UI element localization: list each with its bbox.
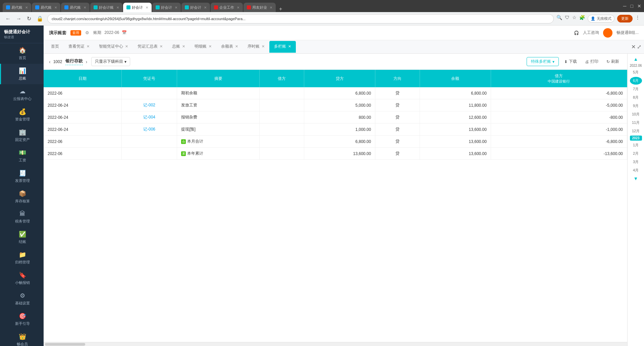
user-label[interactable]: 畅捷通B组...	[616, 30, 639, 36]
cell-voucher-1[interactable]: 记-002	[121, 99, 177, 111]
sidebar-item-member[interactable]: 👑 畅会员	[0, 330, 44, 346]
tab-close-view-voucher[interactable]: ✕	[87, 44, 90, 49]
tab-detail-ledger[interactable]: 明细账 ✕	[190, 41, 216, 53]
sidebar-item-inventory[interactable]: 📦 库存核算	[0, 187, 44, 207]
tab-close-detail-ledger[interactable]: ✕	[209, 44, 212, 49]
tab-home[interactable]: 首页	[46, 41, 64, 53]
scrollbar-thumb[interactable]	[45, 343, 85, 346]
browser-tab-2[interactable]: 易代账 ✕	[61, 3, 90, 12]
star-icon[interactable]: ☆	[572, 15, 577, 22]
sidebar-item-fixed-assets[interactable]: 🏢 固定资产	[0, 125, 44, 146]
sidebar-label-general-ledger: 总账	[19, 76, 26, 81]
expand-button[interactable]: ⤢	[637, 44, 641, 50]
calendar-month-sep[interactable]: 9月	[630, 102, 642, 110]
gear-icon[interactable]: ⚙	[85, 30, 89, 35]
browser-tab-0[interactable]: 易代账 ✕	[3, 3, 31, 12]
tab-close-chronological[interactable]: ✕	[262, 44, 265, 49]
tab-close-2[interactable]: ✕	[84, 6, 86, 9]
sidebar-item-tax[interactable]: 🏛 税务管理	[0, 207, 44, 227]
download-button[interactable]: ⬇ 下载	[561, 57, 580, 66]
refresh-ledger-button[interactable]: ↻ 刷新	[604, 57, 622, 66]
browser-tab-8[interactable]: 用友好业 ✕	[244, 3, 276, 12]
cell-voucher-3[interactable]: 记-006	[121, 123, 177, 136]
tab-close-3[interactable]: ✕	[116, 6, 119, 9]
tab-voucher-summary[interactable]: 凭证汇总表 ✕	[133, 41, 167, 53]
refresh-button[interactable]: ↻	[25, 14, 33, 23]
close-icon[interactable]: ✕	[637, 3, 641, 9]
extension-icon[interactable]: 🧩	[579, 15, 585, 22]
calendar-icon[interactable]: 📅	[122, 30, 127, 35]
tab-chronological-ledger[interactable]: 序时账 ✕	[243, 41, 269, 53]
tab-close-7[interactable]: ✕	[237, 6, 239, 9]
calendar-month-jun[interactable]: 6月	[630, 77, 642, 85]
calendar-month-oct[interactable]: 10月	[630, 110, 642, 118]
browser-tab-3[interactable]: 好会计账 ✕	[90, 3, 122, 12]
horizontal-scrollbar[interactable]	[44, 342, 627, 346]
calendar-month-nov[interactable]: 11月	[630, 119, 642, 127]
sidebar-item-settings[interactable]: ⚙ 基础设置	[0, 289, 44, 309]
tab-close-1[interactable]: ✕	[54, 6, 57, 9]
tab-balance-sheet[interactable]: 余额表 ✕	[216, 41, 243, 53]
calendar-month-apr[interactable]: 4月	[630, 166, 642, 174]
tab-general-ledger[interactable]: 总账 ✕	[167, 41, 190, 53]
url-input[interactable]: cloud2.chanjet.com/accounting/uh26t264j5…	[47, 14, 554, 23]
maximize-icon[interactable]: □	[631, 3, 633, 9]
sidebar-item-expense[interactable]: 🔖 小畅报销	[0, 268, 44, 289]
calendar-scroll-up[interactable]: ▲	[632, 55, 640, 63]
download-label: 下载	[569, 59, 577, 64]
calendar-month-dec[interactable]: 12月	[630, 127, 642, 135]
calendar-month-jan[interactable]: 1月	[630, 141, 642, 149]
tab-close-6[interactable]: ✕	[204, 6, 207, 9]
home-button[interactable]: 🔒	[35, 14, 45, 23]
tab-multi-column-ledger[interactable]: 多栏账 ✕	[269, 41, 296, 53]
subject-next-button[interactable]: ›	[86, 59, 87, 64]
sidebar-item-cloud-reports[interactable]: ☁ 云报表中心	[0, 84, 44, 105]
tab-close-4[interactable]: ✕	[146, 6, 148, 9]
calendar-month-aug[interactable]: 8月	[630, 94, 642, 101]
sidebar-item-general-ledger[interactable]: 📊 总账	[0, 64, 44, 84]
back-button[interactable]: ←	[4, 14, 12, 23]
sidebar-item-home[interactable]: 🏠 首页	[0, 43, 44, 64]
no-trace-button[interactable]: 👤 无痕模式	[588, 15, 614, 22]
tab-close-5[interactable]: ✕	[175, 6, 177, 9]
tab-close-voucher-summary[interactable]: ✕	[160, 44, 163, 49]
browser-tab-5[interactable]: 好会计 ✕	[152, 3, 181, 12]
search-icon[interactable]: 🔍	[556, 15, 562, 22]
shield-icon[interactable]: 🛡	[565, 15, 570, 22]
browser-tab-4[interactable]: 好会计 ✕	[123, 3, 152, 12]
tab-close-multi-column[interactable]: ✕	[288, 44, 291, 49]
sidebar-item-archive[interactable]: 📁 归档管理	[0, 248, 44, 268]
calendar-month-mar[interactable]: 3月	[630, 158, 642, 166]
filter-dropdown[interactable]: 只显示下级科目 ▾	[91, 57, 130, 66]
tab-close-general-ledger[interactable]: ✕	[182, 44, 185, 49]
menu-icon[interactable]: ⋮	[635, 15, 640, 22]
tab-smart-voucher[interactable]: 智能凭证中心 ✕	[94, 41, 133, 53]
tab-close-balance-sheet[interactable]: ✕	[235, 44, 238, 49]
sidebar-item-fund-management[interactable]: 💰 资金管理	[0, 105, 44, 125]
tab-close-smart-voucher[interactable]: ✕	[125, 44, 128, 49]
print-button[interactable]: 🖨 打印	[582, 57, 601, 66]
calendar-month-feb[interactable]: 2月	[630, 150, 642, 157]
new-tab-button[interactable]: +	[276, 6, 285, 12]
help-label[interactable]: 人工咨询	[583, 30, 599, 36]
sidebar-item-salary[interactable]: 💵 工资	[0, 146, 44, 166]
sidebar-item-invoice[interactable]: 🧾 发票管理	[0, 166, 44, 187]
calendar-month-jul[interactable]: 7月	[630, 85, 642, 93]
special-multi-button[interactable]: 特殊多栏账 ▾	[527, 57, 559, 66]
calendar-scroll-down[interactable]: ▼	[632, 175, 640, 183]
sidebar-item-close-account[interactable]: ✅ 结账	[0, 227, 44, 248]
tab-view-voucher[interactable]: 查看凭证 ✕	[64, 41, 94, 53]
subject-prev-button[interactable]: ‹	[49, 59, 51, 64]
browser-tab-7[interactable]: 企业工作 ✕	[211, 3, 243, 12]
update-button[interactable]: 更新	[617, 15, 633, 22]
browser-tab-6[interactable]: 好会计 ✕	[181, 3, 210, 12]
tab-close-0[interactable]: ✕	[25, 6, 28, 9]
browser-tab-1[interactable]: 易代账 ✕	[32, 3, 60, 12]
forward-button[interactable]: →	[15, 14, 23, 23]
tab-close-8[interactable]: ✕	[270, 6, 272, 9]
minimize-icon[interactable]: ─	[623, 3, 627, 9]
cell-voucher-2[interactable]: 记-004	[121, 111, 177, 123]
close-panel-button[interactable]: ✕	[631, 44, 636, 50]
sidebar-item-guide[interactable]: 🎯 新手引导	[0, 309, 44, 330]
calendar-month-may[interactable]: 5月	[630, 68, 642, 76]
